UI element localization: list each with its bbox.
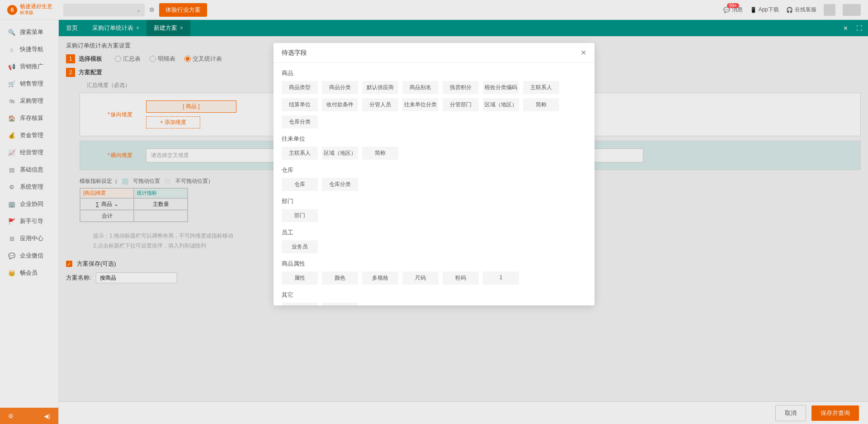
field-group: 员工业务员 [282,229,586,253]
field-chip[interactable]: 税收分类编码 [483,81,519,94]
field-chip[interactable]: 1 [483,272,519,285]
field-chip[interactable]: 商品别名 [402,81,439,94]
group-title: 商品 [282,69,586,77]
group-title: 员工 [282,229,586,237]
field-chip[interactable]: 仓库分类 [322,178,358,191]
field-chip[interactable]: 简称 [362,147,398,160]
group-title: 往来单位 [282,135,586,143]
field-group: 仓库仓库仓库分类 [282,166,586,191]
field-chip[interactable]: 部门 [282,209,318,222]
group-title: 部门 [282,197,586,205]
group-title: 仓库 [282,166,586,174]
field-chip[interactable]: 多规格 [362,272,398,285]
field-chip[interactable]: 结算单位 [282,98,318,111]
field-chip[interactable]: 区域（地区） [483,98,519,111]
field-group: 商品属性属性颜色多规格尺码鞋码1 [282,260,586,285]
field-group: 部门部门 [282,197,586,222]
field-chip[interactable]: 尺码 [402,272,439,285]
field-modal: 待选字段 ✕ 商品商品类型商品分类默认供应商商品别名拣货积分税收分类编码主联系人… [274,43,594,305]
group-title: 商品属性 [282,260,586,268]
field-chip[interactable]: 往来单位分类 [402,98,439,111]
field-chip[interactable]: 项目 [322,303,358,305]
field-chip[interactable]: 商品类型 [282,81,318,94]
field-chip[interactable]: 主联系人 [523,81,559,94]
field-group: 商品商品类型商品分类默认供应商商品别名拣货积分税收分类编码主联系人结算单位收付款… [282,69,586,129]
field-chip[interactable]: 仓库 [282,178,318,191]
field-chip[interactable]: 单据日期 [282,303,318,305]
close-icon[interactable]: ✕ [580,48,586,57]
field-chip[interactable]: 仓库分类 [282,115,318,129]
field-chip[interactable]: 分管部门 [443,98,479,111]
field-chip[interactable]: 商品分类 [322,81,358,94]
field-chip[interactable]: 拣货积分 [443,81,479,94]
field-chip[interactable]: 鞋码 [443,272,479,285]
field-chip[interactable]: 收付款条件 [322,98,358,111]
modal-overlay: 待选字段 ✕ 商品商品类型商品分类默认供应商商品别名拣货积分税收分类编码主联系人… [0,0,868,424]
field-chip[interactable]: 分管人员 [362,98,398,111]
field-chip[interactable]: 主联系人 [282,147,318,160]
field-chip[interactable]: 简称 [523,98,559,111]
field-chip[interactable]: 区域（地区） [322,147,358,160]
field-group: 往来单位主联系人区域（地区）简称 [282,135,586,160]
field-group: 其它单据日期项目 [282,291,586,305]
field-chip[interactable]: 颜色 [322,272,358,285]
modal-header: 待选字段 ✕ [274,43,594,63]
group-title: 其它 [282,291,586,299]
field-chip[interactable]: 属性 [282,272,318,285]
modal-body: 商品商品类型商品分类默认供应商商品别名拣货积分税收分类编码主联系人结算单位收付款… [274,63,594,305]
field-chip[interactable]: 默认供应商 [362,81,398,94]
field-chip[interactable]: 业务员 [282,240,318,253]
modal-title: 待选字段 [282,49,307,57]
